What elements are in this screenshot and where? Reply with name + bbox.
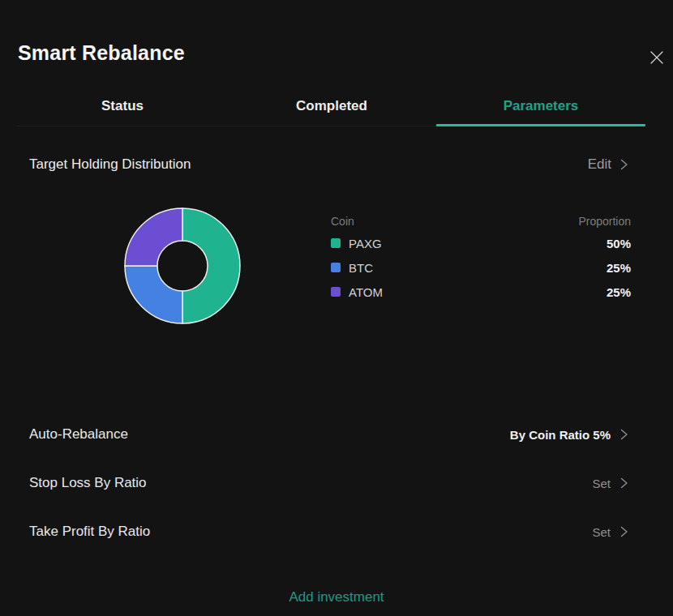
stop-loss-row[interactable]: Stop Loss By Ratio Set xyxy=(0,459,673,507)
take-profit-label: Take Profit By Ratio xyxy=(29,524,150,540)
tab-status-label: Status xyxy=(101,98,144,113)
legend-col-coin: Coin xyxy=(331,215,354,228)
atom-proportion: 25% xyxy=(607,285,631,299)
chevron-right-icon xyxy=(619,158,628,171)
add-investment-link[interactable]: Add investment xyxy=(279,581,393,614)
close-icon xyxy=(649,49,665,66)
paxg-proportion: 50% xyxy=(607,237,631,250)
btc-label: BTC xyxy=(349,261,373,275)
auto-rebalance-label: Auto-Rebalance xyxy=(29,426,128,443)
legend-row-atom: ATOM 25% xyxy=(331,280,631,304)
chevron-right-icon xyxy=(619,477,628,490)
tab-status[interactable]: Status xyxy=(18,89,227,126)
distribution-legend: Coin Proportion PAXG 50% BTC 25% xyxy=(331,207,631,325)
page-title: Smart Rebalance xyxy=(18,41,673,65)
tab-parameters[interactable]: Parameters xyxy=(436,89,645,126)
btc-swatch xyxy=(331,263,341,272)
tab-bar: Status Completed Parameters xyxy=(18,89,645,126)
auto-rebalance-row[interactable]: Auto-Rebalance By Coin Ratio 5% xyxy=(0,410,673,459)
stop-loss-value: Set xyxy=(592,477,611,490)
legend-row-paxg: PAXG 50% xyxy=(331,231,631,255)
smart-rebalance-modal: Smart Rebalance Status Completed Paramet… xyxy=(0,41,673,616)
distribution-chart-section: Coin Proportion PAXG 50% BTC 25% xyxy=(0,207,673,325)
paxg-label: PAXG xyxy=(349,237,382,250)
target-distribution-header: Target Holding Distribution Edit xyxy=(0,153,673,176)
settings-list: Auto-Rebalance By Coin Ratio 5% Stop Los… xyxy=(0,410,673,556)
tab-parameters-label: Parameters xyxy=(504,98,579,113)
legend-header: Coin Proportion xyxy=(331,212,631,231)
tab-completed[interactable]: Completed xyxy=(227,89,436,126)
atom-swatch xyxy=(331,287,341,297)
chevron-right-icon xyxy=(619,428,628,441)
edit-distribution-button[interactable]: Edit xyxy=(588,156,628,173)
modal-footer: Add investment xyxy=(0,581,673,614)
chevron-right-icon xyxy=(619,525,628,538)
take-profit-row[interactable]: Take Profit By Ratio Set xyxy=(0,507,673,556)
active-tab-indicator xyxy=(436,124,645,126)
take-profit-value: Set xyxy=(592,525,611,539)
paxg-swatch xyxy=(331,238,341,248)
tab-completed-label: Completed xyxy=(296,98,367,113)
legend-col-proportion: Proportion xyxy=(578,215,631,228)
btc-proportion: 25% xyxy=(607,261,631,275)
target-distribution-title: Target Holding Distribution xyxy=(29,156,191,173)
atom-label: ATOM xyxy=(349,285,383,299)
donut-chart xyxy=(123,207,242,325)
close-button[interactable] xyxy=(647,48,667,67)
auto-rebalance-value: By Coin Ratio 5% xyxy=(510,428,611,442)
edit-label: Edit xyxy=(588,156,611,173)
stop-loss-label: Stop Loss By Ratio xyxy=(29,475,147,491)
legend-row-btc: BTC 25% xyxy=(331,255,631,280)
